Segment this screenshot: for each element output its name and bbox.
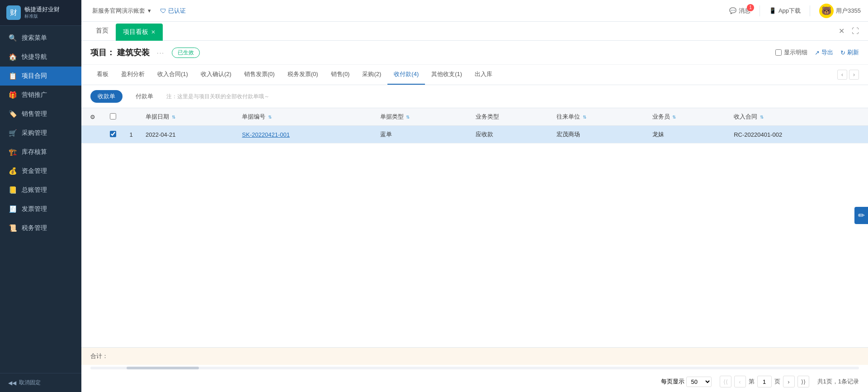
sub-tab-other-expense[interactable]: 其他收支(1) <box>425 65 468 85</box>
number-sort-icon: ⇅ <box>268 115 272 120</box>
sub-tab-income-confirm[interactable]: 收入确认(2) <box>194 65 238 85</box>
tab-maximize-button[interactable]: ⛶ <box>850 25 861 37</box>
sub-tab-next-btn[interactable]: › <box>849 70 859 80</box>
project-more-btn[interactable]: ··· <box>157 49 165 56</box>
th-type[interactable]: 单据类型 ⇅ <box>375 108 470 126</box>
receipt-filter-btn[interactable]: 收款单 <box>90 90 123 103</box>
table-row[interactable]: 1 2022-04-21 SK-20220421-001 蓝单 应收款 宏茂商场… <box>81 126 868 143</box>
table-footer: 合计： <box>81 347 868 365</box>
sub-tab-tax-invoice[interactable]: 税务发票(0) <box>281 65 325 85</box>
header-divider-1 <box>760 5 760 16</box>
filter-note: 注：这里是与项目关联的全部收付款单哦～ <box>166 93 269 100</box>
account-name: 新服务官网演示账套 <box>92 7 145 15</box>
th-partner[interactable]: 往来单位 ⇅ <box>551 108 646 126</box>
message-icon: 💬 <box>729 7 736 14</box>
last-page-btn[interactable]: ⟩⟩ <box>797 376 809 387</box>
app-logo: 财 畅捷通好业财 标准版 <box>0 0 81 26</box>
invoice-mgmt-icon: 🧾 <box>8 205 17 214</box>
select-all-checkbox[interactable] <box>110 113 116 120</box>
salesperson-sort-icon: ⇅ <box>672 115 676 120</box>
quick-nav-icon: 🏠 <box>8 53 17 62</box>
project-title: 项目： 建筑安装 <box>90 47 150 58</box>
refresh-button[interactable]: ↻ 刷新 <box>840 48 859 57</box>
sidebar-item-quick-nav[interactable]: 🏠 快捷导航 <box>0 48 81 67</box>
sidebar-item-ledger[interactable]: 📒 总账管理 <box>0 181 81 200</box>
sub-tab-sales[interactable]: 销售(0) <box>325 65 356 85</box>
tab-home-label: 首页 <box>96 27 108 35</box>
next-page-btn[interactable]: › <box>783 376 795 387</box>
show-detail-input[interactable] <box>775 49 782 56</box>
prev-page-btn[interactable]: ‹ <box>734 376 746 387</box>
refresh-label: 刷新 <box>847 48 859 57</box>
sidebar-item-capital[interactable]: 💰 资金管理 <box>0 162 81 181</box>
sidebar-item-label: 项目合同 <box>22 72 47 80</box>
messages-badge: 1 <box>747 4 754 11</box>
th-salesperson[interactable]: 业务员 ⇅ <box>647 108 729 126</box>
page-input[interactable] <box>757 376 772 387</box>
th-date[interactable]: 单据日期 ⇅ <box>140 108 236 126</box>
sub-tab-kanban[interactable]: 看板 <box>90 65 115 85</box>
marketing-icon: 🎁 <box>8 91 17 100</box>
float-edit-icon: ✏ <box>858 210 865 220</box>
sidebar-item-label: 发票管理 <box>22 205 47 213</box>
pagination: 每页显示 50 100 200 ⟨⟨ ‹ 第 页 › ⟩⟩ 共1页，1条记录 <box>81 371 868 392</box>
sub-tab-warehouse[interactable]: 出入库 <box>468 65 499 85</box>
sidebar-item-tax-mgmt[interactable]: 📜 税务管理 <box>0 219 81 238</box>
sub-tab-receipt[interactable]: 收付款(4) <box>387 65 425 85</box>
sub-tab-prev-btn[interactable]: ‹ <box>837 70 847 80</box>
sidebar-item-label: 资金管理 <box>22 167 47 175</box>
partner-sort-icon: ⇅ <box>583 115 586 120</box>
sidebar-unpin[interactable]: ◀◀ 取消固定 <box>0 373 81 392</box>
sidebar-item-marketing[interactable]: 🎁 营销推广 <box>0 86 81 105</box>
project-status: 已生效 <box>172 48 200 58</box>
cell-biz-type-0: 应收款 <box>470 126 551 143</box>
cell-type-0: 蓝单 <box>375 126 470 143</box>
total-info: 共1页，1条记录 <box>817 378 859 386</box>
sidebar-item-purchase-mgmt[interactable]: 🛒 采购管理 <box>0 124 81 143</box>
sub-tab-profit[interactable]: 盈利分析 <box>115 65 151 85</box>
page-suffix: 页 <box>774 378 780 386</box>
tab-home[interactable]: 首页 <box>89 22 116 41</box>
messages-button[interactable]: 💬 消息 1 <box>729 7 750 15</box>
account-selector[interactable]: 新服务官网演示账套 ▾ <box>89 5 155 17</box>
app-name: 畅捷通好业财 <box>24 6 60 14</box>
payment-filter-btn[interactable]: 付款单 <box>128 90 161 103</box>
sidebar-item-inventory[interactable]: 🏗️ 库存核算 <box>0 143 81 162</box>
tab-project-board[interactable]: 项目看板 ✕ <box>116 24 163 41</box>
sub-tab-purchase[interactable]: 采购(2) <box>356 65 387 85</box>
first-page-btn[interactable]: ⟨⟨ <box>720 376 731 387</box>
sub-tab-sales-invoice[interactable]: 销售发票(0) <box>238 65 281 85</box>
horizontal-scrollbar[interactable] <box>90 367 859 369</box>
scrollbar-thumb[interactable] <box>127 367 199 369</box>
sidebar-item-sales-mgmt[interactable]: 🏷️ 销售管理 <box>0 105 81 124</box>
th-settings[interactable]: ⚙ <box>81 108 104 126</box>
th-number[interactable]: 单据编号 ⇅ <box>236 108 374 126</box>
export-button[interactable]: ↗ 导出 <box>815 48 833 57</box>
account-dropdown-icon: ▾ <box>148 7 151 14</box>
tab-close-window-button[interactable]: ✕ <box>837 25 846 37</box>
float-action-btn[interactable]: ✏ <box>854 207 868 224</box>
cell-partner-0: 宏茂商场 <box>551 126 646 143</box>
doc-number-link-0[interactable]: SK-20220421-001 <box>242 131 290 138</box>
page-size-select[interactable]: 50 100 200 <box>686 377 712 387</box>
cell-checkbox-0[interactable] <box>104 126 122 143</box>
user-button[interactable]: 🐻 用户3355 <box>819 4 861 18</box>
show-detail-checkbox[interactable]: 显示明细 <box>775 48 807 57</box>
export-icon: ↗ <box>815 49 820 56</box>
tab-bar-actions: ✕ ⛶ <box>837 25 861 37</box>
sidebar-nav: 🔍 搜索菜单 🏠 快捷导航 📋 项目合同 🎁 营销推广 🏷️ 销售管理 🛒 采购… <box>0 26 81 373</box>
sidebar-item-invoice-mgmt[interactable]: 🧾 发票管理 <box>0 200 81 219</box>
cell-number-0[interactable]: SK-20220421-001 <box>236 126 374 143</box>
sidebar-item-search[interactable]: 🔍 搜索菜单 <box>0 29 81 48</box>
app-download-button[interactable]: 📱 App下载 <box>769 7 801 15</box>
tab-close-icon[interactable]: ✕ <box>151 29 156 35</box>
sidebar-item-project-contract[interactable]: 📋 项目合同 <box>0 67 81 86</box>
content-area: 项目： 建筑安装 ··· 已生效 显示明细 ↗ 导出 ↻ 刷新 <box>81 41 868 392</box>
sub-tab-income-contract[interactable]: 收入合同(1) <box>151 65 194 85</box>
sidebar: 财 畅捷通好业财 标准版 🔍 搜索菜单 🏠 快捷导航 📋 项目合同 🎁 营销推广… <box>0 0 81 392</box>
th-income-contract[interactable]: 收入合同 ⇅ <box>728 108 868 126</box>
logo-icon: 财 <box>6 5 21 20</box>
project-header: 项目： 建筑安装 ··· 已生效 显示明细 ↗ 导出 ↻ 刷新 <box>81 41 868 65</box>
tax-mgmt-icon: 📜 <box>8 224 17 233</box>
type-sort-icon: ⇅ <box>406 115 410 120</box>
